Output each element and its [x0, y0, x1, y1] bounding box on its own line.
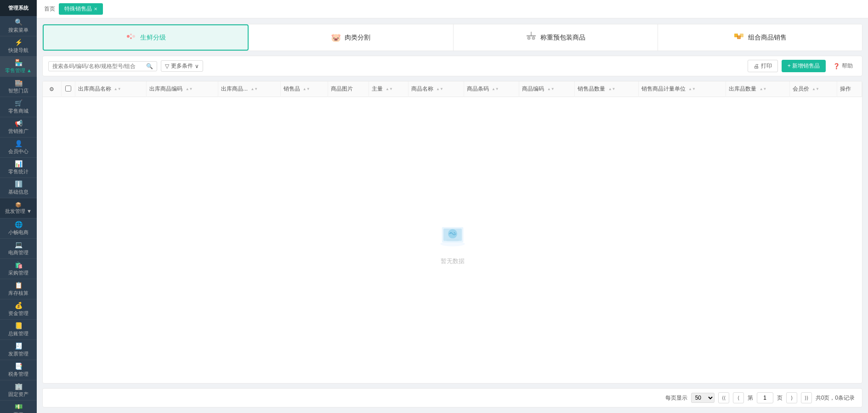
- inventory-check-icon: 📋: [15, 281, 23, 289]
- retail-mall-icon: 🛒: [15, 99, 23, 107]
- category-tabs: 生鲜分级 🐷 肉类分割 称重预包装商品: [42, 24, 862, 51]
- help-label: 帮助: [842, 62, 853, 70]
- select-all-checkbox[interactable]: [65, 86, 71, 92]
- empty-text: 暂无数据: [441, 257, 465, 265]
- toolbar-right: 🖨 打印 + 新增销售品 ❓ 帮助: [748, 60, 857, 72]
- th-goods-name[interactable]: 商品名称 ▲▼: [408, 81, 464, 97]
- th-sale-unit[interactable]: 销售商品计量单位 ▲▼: [638, 81, 726, 97]
- add-sales-button[interactable]: + 新增销售品: [782, 60, 826, 72]
- fixed-assets-icon: 🏢: [15, 383, 23, 390]
- search-menu-icon: 🔍: [15, 18, 23, 26]
- meat-cutting-icon: 🐷: [331, 33, 341, 43]
- sidebar-item-retail-mall[interactable]: 🛒 零售商城: [0, 97, 37, 117]
- sidebar-item-finance-mgmt[interactable]: 💰 资金管理: [0, 299, 37, 320]
- sort-arrows-icon: ▲▼: [436, 87, 443, 91]
- th-goods-barcode[interactable]: 商品条码 ▲▼: [464, 81, 519, 97]
- print-button[interactable]: 🖨 打印: [748, 60, 778, 72]
- topbar-active-tab[interactable]: 特殊销售品 ✕: [59, 3, 103, 15]
- th-settings[interactable]: ⚙: [43, 81, 61, 97]
- sidebar-item-inventory-check[interactable]: 📋 库存核算: [0, 279, 37, 299]
- general-ledger-icon: 📒: [15, 322, 23, 329]
- sidebar-item-retail-mgmt[interactable]: 🏪 零售管理 ▲: [0, 57, 37, 77]
- category-tab-meat-cutting[interactable]: 🐷 肉类分割: [249, 24, 453, 51]
- sidebar-item-general-ledger[interactable]: 📒 总账管理: [0, 320, 37, 340]
- sort-arrows-icon: ▲▼: [547, 87, 555, 91]
- sidebar-item-basic-info[interactable]: ℹ️ 基础信息: [0, 178, 37, 198]
- filter-chevron-icon: ∨: [195, 63, 199, 69]
- basic-info-icon: ℹ️: [15, 180, 23, 188]
- sidebar-item-quick-nav[interactable]: ⚡ 快捷导航: [0, 36, 37, 57]
- retail-mgmt-icon: 🏪: [15, 59, 23, 66]
- toolbar-left: 🔍 ▽ 更多条件 ∨: [48, 60, 203, 72]
- sidebar-item-wholesale-mgmt[interactable]: 📦 批发管理 ▼: [0, 198, 37, 218]
- sidebar-item-label: 批发管理 ▼: [5, 208, 32, 215]
- print-label: 打印: [761, 62, 772, 70]
- sidebar-item-ecom-mgmt[interactable]: 💻 电商管理: [0, 239, 37, 259]
- svg-rect-10: [737, 35, 741, 39]
- svg-point-16: [454, 232, 455, 234]
- th-sale-goods[interactable]: 销售品 ▲▼: [280, 81, 328, 97]
- first-page-button[interactable]: ⟨⟨: [718, 392, 729, 403]
- th-goods-image[interactable]: 商品图片: [328, 81, 369, 97]
- page-of-label: 页: [777, 394, 783, 402]
- category-tab-combo-sales[interactable]: 组合商品销售: [658, 24, 862, 51]
- sidebar-item-tax-mgmt[interactable]: 📑 税务管理: [0, 360, 37, 380]
- sidebar-item-search-menu[interactable]: 🔍 搜索菜单: [0, 16, 37, 36]
- category-tab-weight-packaging[interactable]: 称重预包装商品: [454, 24, 658, 51]
- per-page-select[interactable]: 50 10 20 100: [691, 393, 715, 403]
- th-out-qty[interactable]: 出库品数量 ▲▼: [726, 81, 789, 97]
- search-box[interactable]: 🔍: [48, 61, 157, 71]
- sidebar-item-member-center[interactable]: 👤 会员中心: [0, 138, 37, 158]
- help-icon: ❓: [833, 63, 840, 69]
- prev-page-button[interactable]: ⟨: [733, 392, 744, 403]
- fresh-grading-icon: [125, 31, 136, 44]
- sort-arrows-icon: ▲▼: [812, 87, 819, 91]
- sidebar-item-wages[interactable]: 💵 工资: [0, 401, 37, 413]
- th-checkbox[interactable]: [61, 81, 75, 97]
- th-out-goods-spec[interactable]: 出库商品... ▲▼: [218, 81, 280, 97]
- sidebar-item-label: 工资: [13, 411, 23, 413]
- sidebar-item-label: 零售商城: [8, 108, 28, 115]
- sidebar-item-label: 零售统计: [8, 168, 28, 175]
- sidebar-item-retail-stats[interactable]: 📊 零售统计: [0, 158, 37, 178]
- svg-point-15: [450, 232, 451, 234]
- th-goods-code[interactable]: 商品编码 ▲▼: [519, 81, 575, 97]
- sort-arrows-icon: ▲▼: [760, 87, 767, 91]
- sidebar-item-sales-promo[interactable]: 📢 营销推广: [0, 117, 37, 138]
- smart-store-icon: 🏬: [15, 79, 23, 86]
- th-weight[interactable]: 主量 ▲▼: [369, 81, 408, 97]
- ecom-mgmt-icon: 💻: [15, 241, 23, 248]
- weight-packaging-icon: [526, 31, 537, 44]
- th-out-goods-name[interactable]: 出库商品名称 ▲▼: [75, 81, 147, 97]
- th-sale-qty[interactable]: 销售品数量 ▲▼: [575, 81, 638, 97]
- sidebar-item-smart-store[interactable]: 🏬 智慧门店: [0, 77, 37, 97]
- sort-arrows-icon: ▲▼: [386, 87, 393, 91]
- th-out-goods-code[interactable]: 出库商品编码 ▲▼: [147, 81, 218, 97]
- sidebar-item-fixed-assets[interactable]: 🏢 固定资产: [0, 380, 37, 401]
- topbar-tab-close[interactable]: ✕: [94, 6, 97, 11]
- invoice-mgmt-icon: 🧾: [15, 342, 23, 350]
- sidebar-item-label: 小畅电商: [8, 229, 28, 236]
- th-member-price[interactable]: 会员价 ▲▼: [789, 81, 837, 97]
- sales-promo-icon: 📢: [15, 120, 23, 127]
- tax-mgmt-icon: 📑: [15, 362, 23, 370]
- per-page-label: 每页显示: [665, 394, 687, 402]
- sidebar-item-purchase-mgmt[interactable]: 🛍️ 采购管理: [0, 259, 37, 279]
- topbar-home-link[interactable]: 首页: [44, 5, 55, 13]
- category-tab-fresh-grading[interactable]: 生鲜分级: [43, 24, 249, 51]
- svg-point-1: [130, 34, 132, 35]
- sidebar-item-invoice-mgmt[interactable]: 🧾 发票管理: [0, 340, 37, 360]
- search-icon[interactable]: 🔍: [146, 63, 153, 69]
- sidebar-item-label: 采购管理: [8, 270, 28, 276]
- help-button[interactable]: ❓ 帮助: [829, 60, 857, 72]
- sidebar-item-label: 税务管理: [8, 371, 28, 378]
- next-page-button[interactable]: ⟩: [786, 392, 797, 403]
- sidebar-item-mini-ecom[interactable]: 🌐 小畅电商: [0, 218, 37, 239]
- last-page-button[interactable]: ⟩⟩: [801, 392, 812, 403]
- filter-button[interactable]: ▽ 更多条件 ∨: [161, 60, 203, 72]
- page-input[interactable]: [757, 392, 773, 403]
- search-input[interactable]: [52, 63, 144, 69]
- sidebar-item-label: 固定资产: [8, 391, 28, 398]
- sort-arrows-icon: ▲▼: [250, 87, 258, 91]
- sort-arrows-icon: ▲▼: [492, 87, 499, 91]
